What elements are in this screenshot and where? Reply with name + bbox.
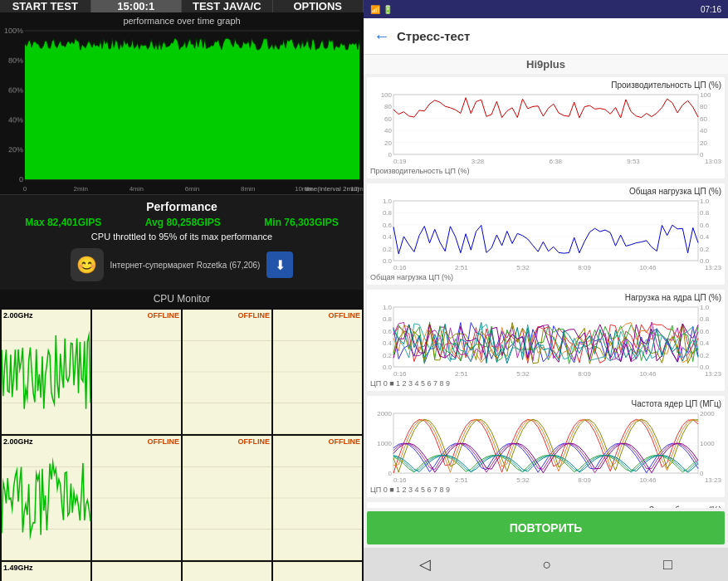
repeat-button[interactable]: ПОВТОРИТЬ [367, 511, 725, 544]
chart-block-3: Частота ядер ЦП (МГц)0:162:515:328:0910:… [367, 396, 725, 497]
cpu-cell-canvas-2 [183, 310, 271, 434]
nav-bar-right: ◁ ○ □ [364, 548, 728, 581]
options-button[interactable]: OPTIONS [273, 0, 364, 12]
cpu-cell-status-5: OFFLINE [148, 437, 180, 446]
chart-xlabels-0: 0:193:286:389:5313:03 [393, 158, 721, 165]
chart-xlabel: 13:23 [705, 370, 721, 378]
cpu-cell-canvas-11 [273, 562, 362, 581]
chart-xlabel: 13:23 [705, 476, 721, 484]
cpu-cell-canvas-6 [183, 436, 271, 560]
chart-xlabel: 8:09 [578, 476, 591, 484]
ad-text: Інтернет-супермаркет Rozetka (67,206) [110, 261, 261, 270]
chart-title-2: Нагрузка на ядра ЦП (%) [370, 293, 721, 302]
cpu-cell-canvas-4 [2, 436, 90, 560]
chart-legend-0: Производительность ЦП (%) [370, 167, 721, 175]
cpu-cell-status-3: OFFLINE [329, 311, 361, 320]
chart-title-1: Общая нагрузка ЦП (%) [370, 187, 721, 196]
chart-wrap-2 [370, 304, 721, 370]
cpu-cell-6: OFFLINE [183, 436, 271, 560]
chart-xlabel: 0:19 [393, 158, 407, 165]
cpu-cell-canvas-3 [273, 310, 362, 434]
chart-xlabel: 10:46 [639, 476, 656, 484]
chart-xlabel: 0:16 [393, 370, 407, 378]
cpu-cell-status-2: OFFLINE [238, 311, 271, 320]
charts-container: Производительность ЦП (%)0:193:286:389:5… [364, 74, 728, 508]
home-nav-right-icon[interactable]: ○ [543, 556, 552, 574]
cpu-cell-canvas-0 [2, 310, 90, 434]
chart-xlabel: 8:09 [578, 370, 591, 378]
chart-xlabel: 5:32 [516, 370, 530, 378]
chart-xlabels-2: 0:162:515:328:0910:4613:23 [393, 370, 721, 378]
cpu-cell-10 [183, 562, 271, 581]
cpu-cell-label-8: 1.49GHz [3, 564, 33, 572]
top-bar: START TEST 15:00:1 TEST JAVA/C OPTIONS [0, 0, 364, 12]
right-panel: 📶 🔋 07:16 ← Стресс-тест Hi9plus Производ… [364, 0, 728, 581]
recents-nav-right-icon[interactable]: □ [663, 556, 672, 574]
chart-xlabel: 0:16 [393, 264, 407, 271]
chart-wrap-0 [370, 91, 721, 158]
perf-graph-title: performance over time graph [123, 16, 240, 26]
cpu-cell-2: OFFLINE [183, 310, 271, 434]
chart-block-1: Общая нагрузка ЦП (%)0:162:515:328:0910:… [367, 183, 725, 285]
performance-label: Performance [3, 200, 360, 213]
ad-download-button[interactable]: ⬇ [266, 251, 293, 278]
cpu-monitor-title: CPU Monitor [0, 290, 364, 308]
chart-canvas-1 [370, 198, 721, 264]
chart-legend-1: Общая нагрузка ЦП (%) [370, 273, 721, 281]
cpu-cell-canvas-7 [273, 436, 362, 560]
chart-title-3: Частота ядер ЦП (МГц) [370, 399, 721, 408]
chart-xlabel: 5:32 [516, 264, 530, 271]
chart-xlabel: 9:53 [627, 158, 640, 165]
right-status-time: 07:16 [701, 5, 721, 14]
cpu-cell-status-1: OFFLINE [148, 311, 180, 320]
chart-title-4: Заряд батареи (%) [370, 505, 721, 508]
timer-display: 15:00:1 [91, 0, 183, 12]
cpu-cell-canvas-5 [92, 436, 181, 560]
right-status-bar: 📶 🔋 07:16 [364, 0, 728, 18]
test-java-button[interactable]: TEST JAVA/C [182, 0, 273, 12]
right-status-icons: 📶 🔋 [370, 5, 393, 14]
chart-xlabel: 2:51 [455, 476, 468, 484]
cpu-cell-4: 2.00GHz [2, 436, 90, 560]
chart-canvas-3 [370, 410, 721, 476]
cpu-cell-5: OFFLINE [92, 436, 181, 560]
chart-wrap-1 [370, 198, 721, 264]
chart-canvas-2 [370, 304, 721, 370]
chart-xlabel: 3:28 [471, 158, 485, 165]
cpu-cell-3: OFFLINE [273, 310, 362, 434]
cpu-cell-status-6: OFFLINE [238, 437, 271, 446]
perf-graph-canvas [0, 12, 364, 194]
ad-icon: 😊 [71, 248, 104, 281]
back-arrow-button[interactable]: ← [374, 27, 390, 46]
cpu-cell-canvas-10 [183, 562, 271, 581]
cpu-cell-11 [273, 562, 362, 581]
back-nav-right-icon[interactable]: ◁ [419, 555, 431, 574]
right-panel-title: Стресс-тест [397, 29, 470, 43]
ad-banner[interactable]: 😊 Інтернет-супермаркет Rozetka (67,206) … [3, 245, 360, 285]
cpu-cell-label-4: 2.00GHz [3, 437, 33, 446]
chart-block-4: Заряд батареи (%) [367, 502, 725, 508]
cpu-cell-8: 1.49GHz [2, 562, 90, 581]
cpu-cell-canvas-1 [92, 310, 181, 434]
start-test-button[interactable]: START TEST [0, 0, 91, 12]
chart-xlabels-1: 0:162:515:328:0910:4613:23 [393, 264, 721, 271]
chart-legend-2: ЦП 0 ■ 1 2 3 4 5 6 7 8 9 [370, 379, 721, 388]
cpu-cell-9 [92, 562, 181, 581]
min-stat: Min 76,303GIPS [264, 217, 338, 228]
chart-xlabel: 2:51 [455, 370, 468, 378]
chart-xlabels-3: 0:162:515:328:0910:4613:23 [393, 476, 721, 484]
chart-xlabel: 2:51 [455, 264, 468, 271]
chart-legend-3: ЦП 0 ■ 1 2 3 4 5 6 7 8 9 [370, 486, 721, 494]
chart-block-2: Нагрузка на ядра ЦП (%)0:162:515:328:091… [367, 290, 725, 391]
device-name-label: Hi9plus [364, 55, 728, 74]
left-panel: START TEST 15:00:1 TEST JAVA/C OPTIONS p… [0, 0, 364, 581]
performance-graph-area: performance over time graph [0, 12, 364, 195]
chart-xlabel: 8:09 [578, 264, 591, 271]
cpu-cell-label-0: 2.00GHz [3, 311, 33, 320]
performance-info: Performance Max 82,401GIPS Avg 80,258GIP… [0, 195, 364, 290]
chart-xlabel: 13:23 [705, 264, 721, 271]
chart-xlabel: 10:46 [639, 370, 656, 378]
cpu-cell-canvas-9 [92, 562, 181, 581]
chart-xlabel: 13:03 [705, 158, 721, 165]
chart-xlabel: 6:38 [549, 158, 562, 165]
